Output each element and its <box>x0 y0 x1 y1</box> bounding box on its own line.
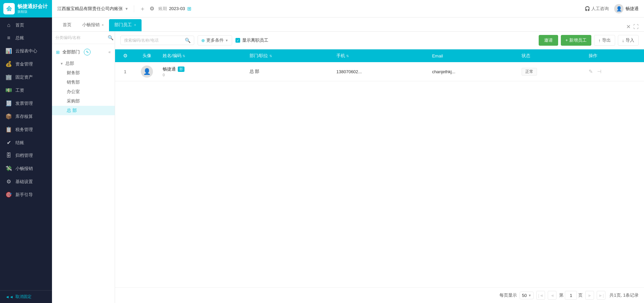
service-label: 人工咨询 <box>591 6 609 12</box>
sidebar-item-tax[interactable]: 📋 税务管理 <box>0 123 52 136</box>
last-page-button[interactable]: ►| <box>597 291 605 300</box>
dept-child-finance[interactable]: 财务部 <box>52 68 115 78</box>
filter-chevron-icon: ▼ <box>225 39 228 42</box>
employee-table-wrap: ⚙ 头像 姓名/编码⇅ 部门/职位⇅ 手机⇅ Email 状态 操作 1 <box>115 49 644 287</box>
dept-child-general[interactable]: 总 部 <box>52 106 115 115</box>
invite-button[interactable]: 邀请 <box>539 35 558 46</box>
sidebar-item-label: 资金管理 <box>15 61 33 67</box>
grid-icon: ⊞ <box>56 50 60 55</box>
unpin-button[interactable]: ◄◄ 取消固定 <box>0 290 52 303</box>
collapse-icon[interactable]: « <box>108 50 111 54</box>
period-value: 2023-03 <box>169 6 185 11</box>
divider <box>134 5 134 12</box>
export-button[interactable]: ↑ 导出 <box>594 35 615 46</box>
th-phone[interactable]: 手机⇅ <box>332 49 428 62</box>
toolbar-right: 邀请 + 新增员工 ↑ 导出 ↓ 导入 <box>539 35 639 46</box>
edit-icon[interactable]: ✎ <box>589 69 593 75</box>
employee-table: ⚙ 头像 姓名/编码⇅ 部门/职位⇅ 手机⇅ Email 状态 操作 1 <box>115 49 644 81</box>
dept-child-label: 总 部 <box>67 108 77 113</box>
invoice-icon: 🧾 <box>5 100 12 106</box>
dept-all[interactable]: ⊞ 全部部门 ✎ « <box>52 47 115 57</box>
search-icon[interactable]: 🔍 <box>185 38 191 43</box>
user-menu[interactable]: 👤 畅捷通 <box>614 4 639 13</box>
sidebar-item-assets[interactable]: 🏢 固定资产 <box>0 71 52 84</box>
sidebar-item-closing[interactable]: ✔ 结账 <box>0 136 52 149</box>
page-info: 第 页 <box>559 291 583 300</box>
tab-department[interactable]: 部门员工 × <box>109 19 141 31</box>
logout-icon[interactable]: ⊣ <box>597 69 601 75</box>
per-page-value: 50 <box>522 293 527 298</box>
td-index: 1 <box>115 62 135 81</box>
main-area: 江西服宝精品有限责任公司内账张 ▼ ＋ ⚙ 账期 2023-03 ⊞ 🎧 人工咨… <box>52 0 644 303</box>
sidebar-item-label: 基础设置 <box>15 179 33 185</box>
sidebar-item-invoice[interactable]: 🧾 发票管理 <box>0 97 52 110</box>
employee-name: 畅捷通 <box>163 66 176 72</box>
sidebar-item-ledger[interactable]: ≡ 总账 <box>0 32 52 44</box>
dept-search-input[interactable] <box>55 35 106 40</box>
sidebar-item-settings[interactable]: ⚙ 基础设置 <box>0 175 52 188</box>
logo-title: 畅捷通好会计 <box>17 3 48 9</box>
next-page-button[interactable]: ► <box>585 291 594 300</box>
dept-search-icon[interactable]: 🔍 <box>108 35 113 40</box>
dept-edit-button[interactable]: ✎ <box>84 49 91 55</box>
filter-button[interactable]: ⊕ 更多条件 ▼ <box>198 35 232 45</box>
sidebar-item-payroll[interactable]: 💵 工资 <box>0 84 52 97</box>
import-icon: ↓ <box>622 38 625 43</box>
td-dept: 总 部 <box>246 62 332 81</box>
tab-expense[interactable]: 小畅报销 × <box>77 19 109 31</box>
logo-subtitle: 旗舰版 <box>17 9 48 14</box>
sidebar-item-archive[interactable]: 🗄 归档管理 <box>0 149 52 162</box>
add-tab-button[interactable]: ＋ <box>140 5 146 13</box>
calendar-icon[interactable]: ⊞ <box>187 6 192 12</box>
employee-search-input[interactable] <box>124 38 183 43</box>
dept-child-sales[interactable]: 销售部 <box>52 78 115 87</box>
dept-child-purchase[interactable]: 采购部 <box>52 96 115 106</box>
prev-page-button[interactable]: ◄ <box>548 291 556 300</box>
first-page-button[interactable]: |◄ <box>536 291 545 300</box>
topbar-right: 🎧 人工咨询 👤 畅捷通 <box>585 4 639 13</box>
company-selector[interactable]: 江西服宝精品有限责任公司内账张 ▼ <box>57 6 128 12</box>
sidebar-item-inventory[interactable]: 📦 库存核算 <box>0 110 52 123</box>
guide-icon: 🎯 <box>5 191 12 198</box>
sort-icon: ⇅ <box>346 54 349 58</box>
import-button[interactable]: ↓ 导入 <box>618 35 639 46</box>
page-input[interactable] <box>565 291 577 300</box>
dept-child-office[interactable]: 办公室 <box>52 87 115 96</box>
close-tab-department[interactable]: × <box>134 23 136 27</box>
tab-department-label: 部门员工 <box>114 22 132 28</box>
status-badge: 正常 <box>522 68 537 76</box>
close-tab-icon[interactable]: ✕ <box>626 24 631 30</box>
tab-expense-label: 小畅报销 <box>82 22 100 28</box>
employee-avatar: 👤 <box>141 66 153 78</box>
funds-icon: 💰 <box>5 61 12 67</box>
td-status: 正常 <box>518 62 585 81</box>
page-unit: 页 <box>578 292 583 298</box>
sidebar-item-funds[interactable]: 💰 资金管理 <box>0 57 52 71</box>
sidebar-item-label: 总账 <box>15 35 24 41</box>
sort-icon: ⇅ <box>182 54 185 58</box>
per-page-select[interactable]: 50 ▼ <box>520 292 534 299</box>
employee-search-wrap: 🔍 <box>120 36 194 45</box>
sidebar-item-home[interactable]: ⌂ 首页 <box>0 19 52 32</box>
sidebar-item-label: 小畅报销 <box>15 166 33 172</box>
th-dept[interactable]: 部门/职位⇅ <box>246 49 332 62</box>
service-button[interactable]: 🎧 人工咨询 <box>585 6 609 12</box>
show-resigned-checkbox[interactable]: ✓ <box>235 38 240 43</box>
th-name[interactable]: 姓名/编码⇅ <box>159 49 246 62</box>
sidebar-item-label: 归档管理 <box>15 153 33 159</box>
close-tab-expense[interactable]: × <box>102 23 104 27</box>
payroll-icon: 💵 <box>5 87 12 93</box>
sidebar-item-expense[interactable]: 💸 小畅报销 <box>0 162 52 175</box>
dept-parent-zongbu[interactable]: ▼ 总部 <box>52 59 115 68</box>
sidebar-item-label: 税务管理 <box>15 127 33 133</box>
add-employee-button[interactable]: + 新增员工 <box>561 35 591 46</box>
topbar-settings-icon[interactable]: ⚙ <box>150 5 154 12</box>
show-resigned-wrap[interactable]: ✓ 显示离职员工 <box>235 37 268 43</box>
th-settings[interactable]: ⚙ <box>115 49 135 62</box>
pin-icon: ◄◄ <box>5 295 13 299</box>
sidebar-item-reports[interactable]: 📊 云报表中心 <box>0 44 52 57</box>
tab-home[interactable]: 首页 <box>57 19 77 31</box>
sidebar-item-guide[interactable]: 🎯 新手引导 <box>0 188 52 201</box>
company-name: 江西服宝精品有限责任公司内账张 <box>57 6 123 12</box>
maximize-icon[interactable]: ⛶ <box>633 24 639 30</box>
